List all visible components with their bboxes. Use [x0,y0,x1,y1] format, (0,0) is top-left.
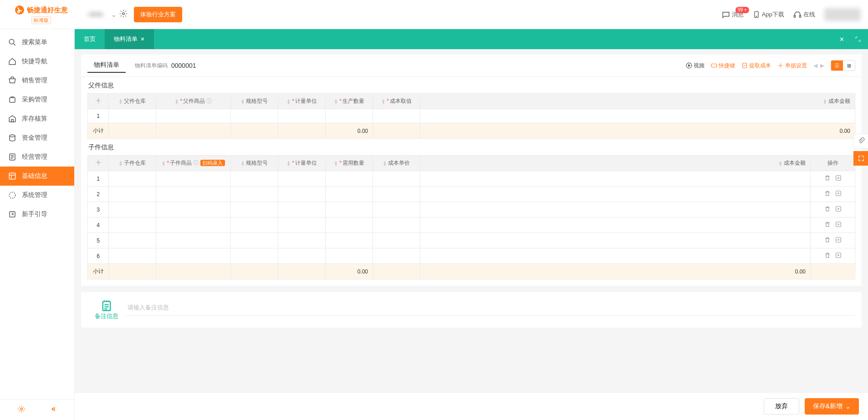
sidebar-item-basic[interactable]: 基础信息 [0,167,74,186]
col-parent-cost[interactable]: ▲▼*成本取值 [373,94,420,109]
col-child-warehouse[interactable]: ▲▼子件仓库 [109,156,156,171]
cell[interactable] [231,218,278,233]
view-list-button[interactable]: ☰ [831,61,843,71]
cell[interactable] [326,202,373,218]
cell[interactable] [278,233,326,248]
table-row[interactable]: 4 [88,218,855,233]
col-parent-amount[interactable]: ▲▼成本金额 [420,94,855,109]
add-row-button[interactable] [835,252,842,260]
col-parent-goods[interactable]: ▲▼*父件商品 ⓘ [156,94,231,109]
cell[interactable] [278,171,326,187]
user-avatar[interactable] [824,8,861,21]
gear-icon[interactable] [119,10,128,19]
cell[interactable] [326,171,373,187]
cell[interactable] [278,109,326,123]
cell[interactable] [231,202,278,218]
table-row[interactable]: 2 [88,187,855,202]
discard-button[interactable]: 放弃 [764,398,799,415]
col-gear[interactable] [88,94,109,109]
add-row-button[interactable] [835,221,842,229]
next-doc-button[interactable]: ▶ [820,62,824,69]
cell[interactable] [326,248,373,264]
col-parent-unit[interactable]: ▲▼*计量单位 [278,94,326,109]
cell[interactable] [109,171,156,187]
view-card-button[interactable]: ⊞ [843,61,855,71]
delete-row-button[interactable] [824,221,831,229]
cell[interactable] [109,233,156,248]
close-icon[interactable]: ✕ [140,36,145,42]
sidebar-item-sales[interactable]: 销售管理 [0,71,74,90]
content-scroll[interactable]: 物料清单 物料清单编码 0000001 视频 快捷键 提取成本 单据设置 ◀ ▶ [75,49,868,420]
prev-doc-button[interactable]: ◀ [813,62,817,69]
cell[interactable] [278,248,326,264]
cell[interactable] [231,187,278,202]
col-parent-qty[interactable]: ▲▼*生产数量 [326,94,373,109]
delete-row-button[interactable] [824,190,831,198]
remarks-input[interactable] [125,299,854,316]
col-parent-warehouse[interactable]: ▲▼父件仓库 [109,94,156,109]
cell[interactable] [420,171,811,187]
cell[interactable] [231,109,278,123]
col-child-goods[interactable]: ▲▼*子件商品 ⓘ扫码录入 [156,156,231,171]
col-child-amount[interactable]: ▲▼成本金额 [420,156,811,171]
col-child-spec[interactable]: ▲▼规格型号 [231,156,278,171]
cell[interactable] [156,233,231,248]
sidebar-item-guide[interactable]: 新手引导 [0,205,74,224]
attachment-tab[interactable] [853,134,868,148]
table-row[interactable]: 3 [88,202,855,218]
industry-cta-button[interactable]: 体验行业方案 [134,7,182,22]
online-support-link[interactable]: 在线 [793,10,815,19]
cell[interactable] [278,187,326,202]
video-link[interactable]: 视频 [686,62,705,70]
cell[interactable] [373,109,420,123]
delete-row-button[interactable] [824,252,831,260]
sidebar-item-finance[interactable]: 资金管理 [0,128,74,147]
table-row[interactable]: 1 [88,109,855,123]
help-icon[interactable]: ⓘ [193,160,199,166]
scan-badge[interactable]: 扫码录入 [200,160,225,166]
tab-home[interactable]: 首页 [75,29,105,49]
app-download-link[interactable]: App下载 [753,10,784,19]
add-row-button[interactable] [835,206,842,213]
cell[interactable] [420,202,811,218]
cell[interactable] [156,171,231,187]
col-gear[interactable] [88,156,109,171]
cell[interactable] [373,187,420,202]
messages-link[interactable]: 消息 99 + [722,10,744,19]
cell[interactable] [326,233,373,248]
help-icon[interactable]: ⓘ [206,98,212,104]
cell[interactable] [156,248,231,264]
sidebar-item-purchase[interactable]: 采购管理 [0,90,74,109]
cell[interactable] [373,202,420,218]
extract-cost-link[interactable]: 提取成本 [741,62,771,70]
cell[interactable] [156,202,231,218]
add-row-button[interactable] [835,190,842,198]
cell[interactable] [156,187,231,202]
delete-row-button[interactable] [824,175,831,182]
add-row-button[interactable] [835,175,842,182]
cell[interactable] [326,218,373,233]
table-row[interactable]: 1 [88,171,855,187]
col-parent-spec[interactable]: ▲▼规格型号 [231,94,278,109]
delete-row-button[interactable] [824,206,831,213]
cell[interactable] [326,109,373,123]
logo[interactable]: 畅捷通好生意 [14,5,68,15]
cell[interactable] [109,202,156,218]
sidebar-item-operation[interactable]: 经营管理 [0,147,74,167]
close-all-tabs-button[interactable]: ✕ [835,33,848,46]
cell[interactable] [156,109,231,123]
cell[interactable] [326,187,373,202]
cell[interactable] [420,218,811,233]
collapse-icon[interactable] [49,405,57,415]
col-child-price[interactable]: ▲▼成本单价 [373,156,420,171]
expand-tab[interactable] [853,151,868,166]
panel-tab[interactable]: 物料清单 [87,58,126,73]
fullscreen-button[interactable] [852,33,864,46]
cell[interactable] [373,218,420,233]
cell[interactable] [278,202,326,218]
cell[interactable] [109,218,156,233]
sidebar-item-system[interactable]: 系统管理 [0,186,74,205]
sidebar-item-search[interactable]: 搜索菜单 [0,33,74,52]
cell[interactable] [278,218,326,233]
col-child-unit[interactable]: ▲▼*计量单位 [278,156,326,171]
